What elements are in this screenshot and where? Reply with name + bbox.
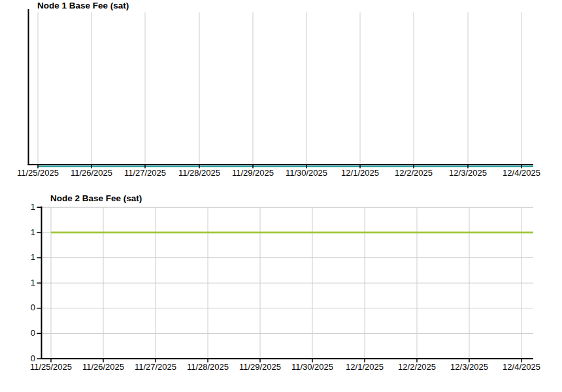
chart1-title: Node 1 Base Fee (sat) bbox=[37, 1, 129, 10]
chart1-axes bbox=[28, 9, 534, 165]
chart2-h-gridlines bbox=[41, 207, 533, 333]
chart2-x-tick-label: 11/28/2025 bbox=[178, 362, 237, 372]
chart1-x-tick-label: 11/28/2025 bbox=[170, 168, 229, 178]
chart2-x-tick-label: 12/1/2025 bbox=[335, 362, 394, 372]
chart2-x-tick-label: 12/3/2025 bbox=[440, 362, 499, 372]
chart2-y-tick-label: 1 bbox=[14, 252, 35, 263]
chart2-x-tick-label: 11/29/2025 bbox=[231, 362, 289, 372]
chart1-gridlines bbox=[38, 12, 521, 165]
chart2-x-tick-label: 11/25/2025 bbox=[22, 362, 80, 372]
chart1-x-tick-label: 11/26/2025 bbox=[62, 168, 121, 178]
chart1-x-tick-label: 11/27/2025 bbox=[116, 168, 174, 178]
chart2-x-tick-label: 11/26/2025 bbox=[74, 362, 133, 372]
chart2-y-tick-label: 1 bbox=[14, 227, 35, 238]
chart2-y-tick-label: 1 bbox=[14, 202, 35, 212]
chart1-x-tick-label: 12/1/2025 bbox=[331, 168, 389, 178]
chart1-x-tick-label: 11/25/2025 bbox=[8, 168, 67, 178]
chart1-x-tick-label: 12/4/2025 bbox=[492, 168, 551, 178]
chart2-y-tick-label: 0 bbox=[14, 302, 35, 313]
chart2-x-tick-label: 12/2/2025 bbox=[388, 362, 446, 372]
chart2-y-tick-label: 1 bbox=[14, 278, 35, 288]
chart1-x-tick-label: 12/2/2025 bbox=[384, 168, 443, 178]
chart1-x-tick-label: 11/30/2025 bbox=[277, 168, 336, 178]
chart2-x-tick-label: 11/27/2025 bbox=[126, 362, 185, 372]
chart2-y-tick-label: 0 bbox=[14, 328, 35, 338]
chart2-title: Node 2 Base Fee (sat) bbox=[50, 193, 142, 203]
chart2-x-tick-label: 11/30/2025 bbox=[283, 362, 342, 372]
chart1-x-tick-label: 11/29/2025 bbox=[223, 168, 282, 178]
report-page: Node 1 Base Fee (sat) Node 2 Base Fee (s… bbox=[0, 0, 562, 392]
chart1-x-tick-label: 12/3/2025 bbox=[438, 168, 497, 178]
chart2-y-ticks bbox=[37, 207, 42, 359]
chart2-x-tick-label: 12/4/2025 bbox=[492, 362, 551, 372]
